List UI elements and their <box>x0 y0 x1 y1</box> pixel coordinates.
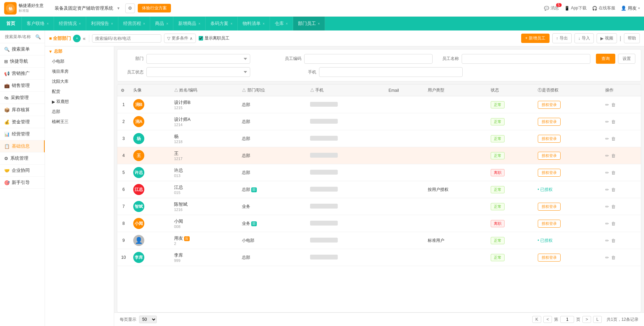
dept-node-zhishu[interactable]: 植树王三 <box>45 117 114 127</box>
row-auth: 授权登录 <box>534 198 602 215</box>
help-button[interactable]: 帮助 <box>624 33 640 43</box>
experience-button[interactable]: 体验行业方案 <box>138 4 171 12</box>
dept-node-xiangmukukfang[interactable]: 项目库房 <box>45 67 114 77</box>
dept-select[interactable] <box>146 54 250 64</box>
show-resigned-checkbox[interactable] <box>199 36 203 41</box>
sidebar-item-guide[interactable]: 🎯 新手引导 <box>0 177 45 189</box>
dept-node-shenyang[interactable]: 沈阳大库 <box>45 77 114 87</box>
export-button[interactable]: ↑ 导出 <box>552 33 572 43</box>
dept-tree-section: ■ 全部部门 + « <box>49 35 89 42</box>
sidebar-item-basic-info[interactable]: 📋 基础信息 <box>0 140 45 152</box>
sidebar-item-search[interactable]: 🔍 搜索菜单 <box>0 43 45 55</box>
col-name-code[interactable]: △ 姓名/编码 <box>171 85 239 96</box>
message-action[interactable]: 💬 消息 5 <box>544 5 559 11</box>
edit-icon[interactable]: ✏ <box>605 255 609 260</box>
page-number-input[interactable] <box>560 316 574 323</box>
authorize-button[interactable]: 授权登录 <box>538 118 561 126</box>
online-service-action[interactable]: 🎧 在线客服 <box>592 5 615 11</box>
sidebar-item-finance[interactable]: 💰 资金管理 <box>0 116 45 128</box>
sidebar-item-purchase[interactable]: 🛍 采购管理 <box>0 92 45 104</box>
app-download-action[interactable]: 📱 App下载 <box>564 5 587 11</box>
delete-icon[interactable]: 🗑 <box>611 204 616 209</box>
sidebar-item-sales[interactable]: 💼 销售管理 <box>0 80 45 92</box>
emp-code-input[interactable] <box>304 54 433 64</box>
tab-history[interactable]: 经营历程 × <box>118 17 151 30</box>
more-conditions-btn[interactable]: ▽ 更多条件 ∧ <box>164 34 196 43</box>
authorize-button[interactable]: 授权登录 <box>538 135 561 143</box>
prev-page-btn[interactable]: < <box>543 316 552 323</box>
authorize-button[interactable]: 授权登录 <box>538 169 561 177</box>
edit-icon[interactable]: ✏ <box>605 153 609 158</box>
edit-icon[interactable]: ✏ <box>605 136 609 141</box>
sidebar-item-inventory[interactable]: 📦 库存核算 <box>0 104 45 116</box>
tab-operations[interactable]: 经营情况 × <box>54 17 86 30</box>
collapse-dept-btn[interactable]: « <box>83 36 85 41</box>
tab-bom[interactable]: 物料清单 × <box>238 17 270 30</box>
last-page-btn[interactable]: L <box>593 316 602 323</box>
tab-new-goods[interactable]: 新增商品 × <box>173 17 206 30</box>
delete-icon[interactable]: 🗑 <box>611 170 616 175</box>
authorize-button[interactable]: 授权登录 <box>538 254 561 262</box>
delete-icon[interactable]: 🗑 <box>611 221 616 226</box>
search-input[interactable] <box>92 34 161 43</box>
add-dept-btn[interactable]: + <box>73 35 81 42</box>
delete-icon[interactable]: 🗑 <box>611 153 616 158</box>
sidebar-item-system[interactable]: ⚙ 系统管理 <box>0 152 45 165</box>
dept-node-peihuo[interactable]: 配货 <box>45 87 114 97</box>
dept-node-xiaodibu[interactable]: 小电部 <box>45 56 114 67</box>
col-settings[interactable]: ⚙ <box>117 85 130 96</box>
sidebar-item-collab[interactable]: 🤝 企业协同 <box>0 165 45 177</box>
dept-node-shuanglu[interactable]: ▶ 双鹿想 <box>45 97 114 107</box>
tab-profit[interactable]: 利润报告 × <box>86 17 118 30</box>
emp-status-select[interactable] <box>146 67 250 77</box>
tab-department[interactable]: 部门员工 × <box>293 17 325 30</box>
show-resigned-check[interactable]: 显示离职员工 <box>199 35 229 41</box>
user-dropdown[interactable]: 👤 用友 ▾ <box>621 5 640 11</box>
edit-icon[interactable]: ✏ <box>605 221 609 226</box>
sidebar-item-business[interactable]: 📊 经营管理 <box>0 128 45 140</box>
authorize-button[interactable]: 授权登录 <box>538 220 561 228</box>
sidebar-item-quicknav[interactable]: ⊞ 快捷导航 <box>0 55 45 68</box>
authorize-button[interactable]: 授权登录 <box>538 101 561 109</box>
tab-warehouse[interactable]: 仓库 × <box>270 17 293 30</box>
per-page-select[interactable]: 50 100 <box>139 316 157 323</box>
tab-customer[interactable]: 客户联络 × <box>22 17 54 30</box>
delete-icon[interactable]: 🗑 <box>611 102 616 107</box>
tab-home[interactable]: 首页 <box>0 17 22 30</box>
delete-icon[interactable]: 🗑 <box>611 119 616 124</box>
dept-node-zongbu[interactable]: 总部 <box>45 107 114 117</box>
column-settings-button[interactable]: 设置 <box>618 54 635 64</box>
view-button[interactable]: ▶ 视频 <box>597 33 617 43</box>
row-email <box>385 96 424 113</box>
dropdown-icon[interactable]: ▾ <box>117 6 120 11</box>
edit-icon[interactable]: ✏ <box>605 204 609 209</box>
next-page-btn[interactable]: > <box>582 316 591 323</box>
tab-goods[interactable]: 商品 × <box>150 17 173 30</box>
delete-icon[interactable]: 🗑 <box>611 255 616 260</box>
delete-icon[interactable]: 🗑 <box>611 136 616 141</box>
edit-icon[interactable]: ✏ <box>605 119 609 124</box>
search-button[interactable]: 查询 <box>596 54 615 64</box>
sidebar-search-input[interactable] <box>3 33 34 40</box>
sidebar-search-icon[interactable]: 🔍 <box>35 34 41 39</box>
import-button[interactable]: ↓ 导入 <box>574 33 594 43</box>
phone-input[interactable] <box>319 67 463 77</box>
sidebar-item-marketing[interactable]: 📢 营销推广 <box>0 68 45 80</box>
dept-node-root[interactable]: ▼ 总部 <box>45 46 114 56</box>
authorize-button[interactable]: 授权登录 <box>538 203 561 211</box>
add-employee-button[interactable]: + 新增员工 <box>521 34 550 43</box>
authorize-button[interactable]: 授权登录 <box>538 152 561 160</box>
edit-icon[interactable]: ✏ <box>605 102 609 107</box>
edit-icon[interactable]: ✏ <box>605 187 609 192</box>
delete-icon[interactable]: 🗑 <box>611 187 616 192</box>
tab-barcode[interactable]: 条码方案 × <box>206 17 238 30</box>
settings-button[interactable]: ⚙ <box>125 3 135 13</box>
edit-icon[interactable]: ✏ <box>605 238 609 243</box>
col-phone[interactable]: △ 手机 <box>307 85 385 96</box>
delete-icon[interactable]: 🗑 <box>611 238 616 243</box>
finance-icon: 💰 <box>4 120 10 125</box>
edit-icon[interactable]: ✏ <box>605 170 609 175</box>
first-page-btn[interactable]: K <box>532 316 541 323</box>
emp-name-input[interactable] <box>462 54 590 64</box>
col-dept-pos[interactable]: △ 部门/职位 <box>238 85 307 96</box>
